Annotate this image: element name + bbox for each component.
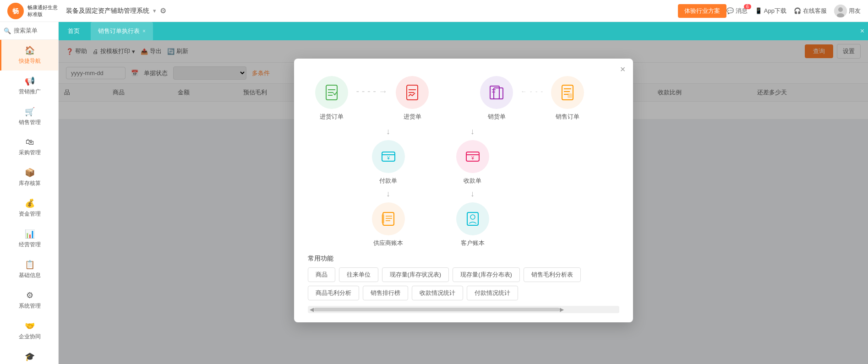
user-menu[interactable]: 用友	[834, 5, 861, 17]
arrow-down-payment: ↓	[386, 127, 390, 136]
purchase-icon: 🛍	[26, 137, 34, 147]
system-name: 装备及固定资产辅助管理系统	[66, 7, 149, 15]
service-icon: 🎧	[794, 7, 801, 14]
payment-label: 付款单	[379, 177, 397, 185]
sidebar-item-system[interactable]: ⚙ 系统管理	[0, 285, 58, 315]
inventory-icon: 📦	[25, 168, 35, 178]
message-button[interactable]: 💬 消息 6	[726, 7, 748, 15]
cf-btn-product[interactable]: 商品	[308, 267, 335, 282]
popup-close-button[interactable]: ×	[620, 64, 626, 75]
system-icon: ⚙	[26, 290, 33, 300]
cf-btn-inventory-status[interactable]: 现存量(库存状况表)	[382, 267, 449, 282]
tab-end-close-icon[interactable]: ×	[860, 27, 864, 35]
download-icon: 📱	[755, 7, 762, 14]
supplier-ledger-label: 供应商账本	[373, 239, 403, 247]
svg-rect-24	[383, 212, 394, 225]
flow-row-1: 进货订单 - - - - →	[308, 72, 619, 125]
arrow-down-receipt: ↓	[470, 127, 475, 136]
sidebar-item-sales[interactable]: 🛒 销售管理	[0, 101, 58, 132]
sales-bill-label: 销货单	[488, 113, 506, 121]
logo-text: 畅康通好生意 标准版	[27, 4, 58, 17]
flow-node-sales-bill[interactable]: 销货单	[473, 72, 520, 125]
purchase-bill-icon	[396, 76, 429, 109]
logo-area: 畅 畅康通好生意 标准版	[7, 3, 66, 19]
trial-button[interactable]: 体验行业方案	[678, 4, 726, 18]
app-download-button[interactable]: 📱 App下载	[755, 7, 786, 15]
flow-spacer-2	[412, 126, 449, 251]
receipt-col: ↓ ¥ 收款单	[449, 126, 497, 251]
message-icon: 💬	[726, 7, 734, 14]
popup-overlay: ×	[59, 40, 868, 364]
supplier-ledger-icon	[372, 202, 405, 235]
cf-btn-sales-ranking[interactable]: 销售排行榜	[363, 286, 408, 300]
sidebar-item-newbie[interactable]: 🎓 新手引导	[0, 346, 58, 364]
sidebar-item-base-info[interactable]: 📋 基础信息	[0, 254, 58, 285]
system-dropdown-icon[interactable]: ▾	[153, 7, 156, 14]
purchase-bill-col	[308, 126, 355, 251]
svg-text:¥: ¥	[471, 156, 474, 161]
base-info-icon: 📋	[25, 260, 35, 270]
cf-btn-inventory-dist[interactable]: 现存量(库存分布表)	[453, 267, 520, 282]
enterprise-icon: 🤝	[25, 321, 35, 331]
system-title: 装备及固定资产辅助管理系统 ▾ ⚙	[66, 6, 678, 15]
message-badge: 6	[744, 4, 751, 9]
finance-icon: 💰	[25, 198, 35, 208]
tab-close-icon[interactable]: ×	[142, 28, 146, 34]
sales-order-icon	[551, 76, 584, 109]
svg-rect-32	[467, 212, 478, 225]
scroll-thumb[interactable]	[314, 308, 560, 311]
sales-order-label: 销售订单	[556, 113, 579, 121]
main-area: 🔍 搜索菜单 🏠 快捷导航 📢 营销推广 🛒 销售管理 🛍 采购管理 📦	[0, 22, 868, 364]
settings-icon[interactable]: ⚙	[160, 6, 166, 15]
svg-rect-25	[382, 214, 384, 223]
flow-node-sales-order[interactable]: 销售订单	[544, 72, 591, 125]
popup-scrollbar[interactable]: ◀ ▶	[308, 306, 619, 313]
sidebar-item-quick-nav[interactable]: 🏠 快捷导航	[0, 40, 58, 71]
sales-icon: 🛒	[25, 107, 35, 117]
cf-btn-product-profit[interactable]: 商品毛利分析	[308, 286, 359, 300]
arrow-sales-order-to-bill: ← - - -	[520, 88, 544, 109]
customer-ledger-icon	[456, 202, 489, 235]
page-content: ❓ 帮助 🖨 按模板打印 ▾ 📤 导出 🔄 刷新	[59, 40, 868, 364]
sidebar-item-enterprise[interactable]: 🤝 企业协同	[0, 315, 58, 346]
common-functions-title: 常用功能	[308, 255, 619, 263]
payment-col: ↓ ¥ 付款单	[365, 126, 412, 251]
tab-home[interactable]: 首页	[59, 22, 89, 40]
search-menu[interactable]: 🔍 搜索菜单	[0, 22, 58, 40]
cf-btn-counterpart[interactable]: 往来单位	[339, 267, 378, 282]
tab-bar: 首页 销售订单执行表 × ×	[59, 22, 868, 40]
sidebar-item-operations[interactable]: 📊 经营管理	[0, 223, 58, 254]
flow-node-supplier-ledger[interactable]: 供应商账本	[365, 199, 412, 251]
logo-icon: 畅	[7, 3, 24, 19]
common-functions-buttons: 商品 往来单位 现存量(库存状况表) 现存量(库存分布表) 销售毛利分析表 商品…	[308, 267, 619, 300]
content-area: 首页 销售订单执行表 × × ❓ 帮助 🖨 按模板打印	[59, 22, 868, 364]
cf-btn-sales-profit[interactable]: 销售毛利分析表	[524, 267, 581, 282]
purchase-order-label: 进货订单	[320, 113, 344, 121]
flow-node-purchase-order[interactable]: 进货订单	[308, 72, 355, 125]
sidebar-item-finance[interactable]: 💰 资金管理	[0, 193, 58, 223]
scroll-bar-area: ◀ ▶	[308, 306, 619, 313]
top-bar: 畅 畅康通好生意 标准版 装备及固定资产辅助管理系统 ▾ ⚙ 体验行业方案 💬 …	[0, 0, 868, 22]
quick-nav-icon: 🏠	[25, 45, 35, 55]
purchase-bill-label: 进货单	[404, 113, 421, 121]
tab-sales-order[interactable]: 销售订单执行表 ×	[91, 22, 153, 40]
scroll-right-icon[interactable]: ▶	[560, 306, 564, 313]
flow-node-customer-ledger[interactable]: 客户账本	[449, 199, 497, 251]
customer-ledger-label: 客户账本	[461, 239, 485, 247]
cf-btn-receipt-stat[interactable]: 收款情况统计	[412, 286, 463, 300]
sidebar-item-marketing[interactable]: 📢 营销推广	[0, 71, 58, 101]
flow-node-payment[interactable]: ¥ 付款单	[365, 136, 412, 189]
flow-node-receipt[interactable]: ¥ 收款单	[449, 136, 497, 189]
sidebar-item-inventory[interactable]: 📦 库存核算	[0, 162, 58, 193]
payment-icon: ¥	[372, 140, 405, 173]
arrow-down-customer: ↓	[470, 190, 475, 198]
scroll-left-icon[interactable]: ◀	[310, 306, 314, 313]
cf-btn-payment-stat[interactable]: 付款情况统计	[467, 286, 518, 300]
common-functions: 常用功能 商品 往来单位 现存量(库存状况表) 现存量(库存分布表) 销售毛利分…	[308, 255, 619, 300]
online-service-button[interactable]: 🎧 在线客服	[794, 7, 827, 15]
flow-node-purchase-bill[interactable]: 进货单	[388, 72, 436, 125]
sidebar-item-purchase[interactable]: 🛍 采购管理	[0, 132, 58, 162]
flow-row-2-wrapper: ↓ ¥ 付款单	[308, 126, 619, 251]
arrow-spacer	[355, 126, 365, 251]
svg-point-3	[838, 7, 843, 12]
